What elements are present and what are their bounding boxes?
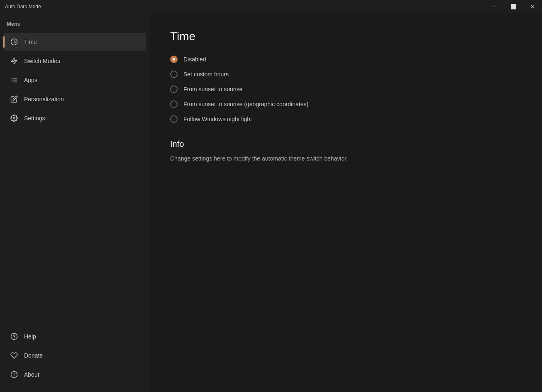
switch-modes-icon bbox=[10, 57, 18, 65]
radio-label-disabled: Disabled bbox=[183, 56, 206, 63]
sidebar-item-settings[interactable]: Settings bbox=[3, 109, 146, 127]
sidebar-item-about[interactable]: About bbox=[3, 365, 146, 384]
sidebar-item-switch-modes[interactable]: Switch Modes bbox=[3, 52, 146, 70]
sidebar-item-donate-label: Donate bbox=[24, 352, 43, 359]
personalization-icon bbox=[10, 95, 18, 103]
radio-custom-hours[interactable]: Set custom hours bbox=[170, 71, 521, 78]
time-icon bbox=[10, 38, 18, 46]
donate-icon bbox=[10, 351, 18, 360]
radio-sunset-sunrise-geo[interactable]: From sunset to sunrise (geographic coord… bbox=[170, 100, 521, 108]
sidebar-item-time-label: Time bbox=[24, 39, 37, 45]
sidebar-item-donate[interactable]: Donate bbox=[3, 346, 146, 365]
radio-windows-night-light[interactable]: Follow Windows night light bbox=[170, 115, 521, 123]
title-bar: Auto Dark Mode — ⬜ ✕ bbox=[0, 0, 542, 13]
sidebar-item-apps-label: Apps bbox=[24, 77, 37, 83]
svg-point-8 bbox=[13, 117, 15, 119]
info-text: Change settings here to modify the autom… bbox=[170, 154, 521, 163]
radio-label-sunset-sunrise-geo: From sunset to sunrise (geographic coord… bbox=[183, 101, 308, 107]
radio-circle-sunset-sunrise-geo bbox=[170, 100, 178, 108]
apps-icon bbox=[10, 76, 18, 84]
time-options: Disabled Set custom hours From sunset to… bbox=[170, 56, 521, 123]
help-icon bbox=[10, 332, 18, 341]
sidebar-item-apps[interactable]: Apps bbox=[3, 71, 146, 89]
radio-sunset-sunrise[interactable]: From sunset to sunrise bbox=[170, 85, 521, 93]
minimize-button[interactable]: — bbox=[485, 0, 504, 13]
content-area: Time Disabled Set custom hours From suns… bbox=[149, 13, 542, 392]
app-title: Auto Dark Mode bbox=[5, 4, 41, 10]
info-title: Info bbox=[170, 139, 521, 149]
radio-disabled[interactable]: Disabled bbox=[170, 56, 521, 63]
nav-items: Time Switch Modes bbox=[0, 32, 149, 323]
sidebar-item-personalization-label: Personalization bbox=[24, 96, 64, 102]
about-icon bbox=[10, 370, 18, 379]
sidebar-item-help-label: Help bbox=[24, 333, 36, 340]
sidebar-menu-label: Menu bbox=[0, 17, 149, 32]
radio-label-custom-hours: Set custom hours bbox=[183, 71, 229, 78]
settings-icon bbox=[10, 114, 18, 122]
page-title: Time bbox=[170, 30, 521, 43]
sidebar-item-help[interactable]: Help bbox=[3, 327, 146, 346]
radio-circle-windows-night-light bbox=[170, 115, 178, 123]
sidebar-item-settings-label: Settings bbox=[24, 115, 45, 122]
radio-circle-sunset-sunrise bbox=[170, 85, 178, 93]
sidebar: Menu Time Switch Modes bbox=[0, 13, 149, 392]
sidebar-bottom: Help Donate bbox=[0, 323, 149, 388]
window-controls: — ⬜ ✕ bbox=[485, 0, 542, 13]
sidebar-item-time[interactable]: Time bbox=[3, 33, 146, 51]
sidebar-item-about-label: About bbox=[24, 371, 39, 378]
sidebar-item-switch-modes-label: Switch Modes bbox=[24, 58, 60, 64]
close-button[interactable]: ✕ bbox=[523, 0, 542, 13]
maximize-button[interactable]: ⬜ bbox=[504, 0, 523, 13]
radio-circle-disabled bbox=[170, 56, 178, 63]
radio-label-windows-night-light: Follow Windows night light bbox=[183, 116, 252, 122]
svg-marker-1 bbox=[11, 58, 17, 64]
radio-label-sunset-sunrise: From sunset to sunrise bbox=[183, 86, 242, 93]
radio-circle-custom-hours bbox=[170, 71, 178, 78]
info-section: Info Change settings here to modify the … bbox=[170, 139, 521, 163]
sidebar-item-personalization[interactable]: Personalization bbox=[3, 90, 146, 108]
app-body: Menu Time Switch Modes bbox=[0, 13, 542, 392]
